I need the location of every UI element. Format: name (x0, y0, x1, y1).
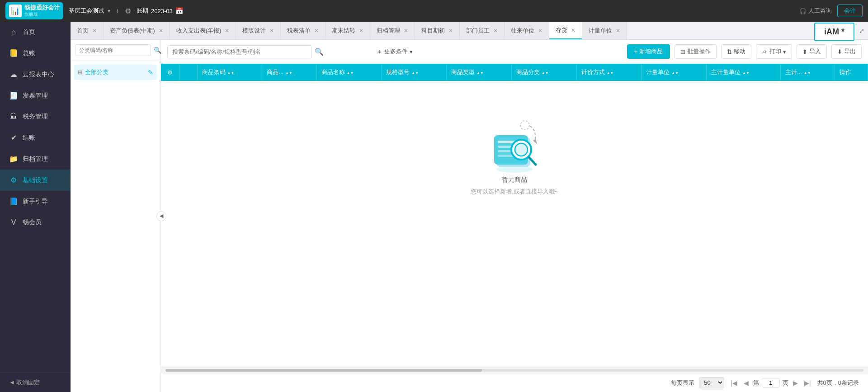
all-classification-item[interactable]: ⊞ 全部分类 ✎ (74, 65, 157, 80)
tab-首页[interactable]: 首页✕ (71, 22, 104, 39)
sort-icon[interactable]: ▲▼ (411, 71, 419, 75)
svg-point-8 (515, 143, 528, 156)
add-product-button[interactable]: + 新增商品 (627, 44, 670, 59)
sort-icon[interactable]: ▲▼ (476, 71, 484, 75)
col-规格型号[interactable]: 规格型号▲▼ (382, 64, 447, 81)
product-search-input[interactable] (167, 45, 312, 58)
tab-close-icon[interactable]: ✕ (359, 28, 363, 34)
tab-close-icon[interactable]: ✕ (448, 28, 453, 34)
filter-label: 更多条件 (384, 47, 408, 56)
product-search-icon[interactable]: 🔍 (315, 47, 324, 56)
filter-button[interactable]: ⧧ 更多条件 ▾ (377, 47, 413, 56)
tab-close-icon[interactable]: ✕ (493, 28, 498, 34)
col-主计[interactable]: 主计...▲▼ (780, 64, 835, 81)
top-header: 📊 畅捷通好会计 旗舰版 基层工会测试 ▾ ＋ ⚙ 账期 2023-03 📅 🎧… (0, 0, 868, 22)
sort-icon[interactable]: ▲▼ (804, 71, 811, 75)
edit-classification-icon[interactable]: ✎ (148, 69, 153, 76)
move-button[interactable]: ⇅ 移动 (721, 44, 751, 59)
tab-expand-icon[interactable]: ⤢ (855, 22, 868, 39)
sidebar-label-ledger: 总账 (23, 49, 35, 57)
header-settings-icon[interactable]: ⚙ (125, 7, 131, 15)
sidebar-item-home[interactable]: ⌂首页 (0, 22, 71, 43)
tab-存货[interactable]: 存货✕ (549, 22, 582, 39)
tab-模版设计[interactable]: 模版设计✕ (236, 22, 281, 39)
sort-icon[interactable]: ▲▼ (285, 71, 292, 75)
tab-期末结转[interactable]: 期末结转✕ (326, 22, 370, 39)
classification-search-input[interactable] (75, 44, 151, 56)
tab-close-icon[interactable]: ✕ (225, 28, 229, 34)
sidebar-item-tax[interactable]: 🏛税务管理 (0, 106, 71, 127)
account-button[interactable]: 会计 (837, 5, 863, 17)
tab-资产负债表中期[interactable]: 资产负债表(中期)✕ (104, 22, 170, 39)
sort-icon[interactable]: ▲▼ (671, 71, 679, 75)
page-size-select[interactable]: 501020100 (699, 377, 724, 388)
page-label: 第 (753, 379, 759, 387)
tab-部门员工[interactable]: 部门员工✕ (460, 22, 505, 39)
sidebar-nav: ⌂首页📒总账☁云报表中心🧾发票管理🏛税务管理✔结账📁归档管理⚙基础设置📘新手引导… (0, 22, 71, 233)
table-header-row: ⚙商品条码▲▼商品...▲▼商品名称▲▼规格型号▲▼商品类型▲▼商品分类▲▼计价… (161, 64, 868, 81)
tab-close-icon[interactable]: ✕ (404, 28, 408, 34)
iam-button[interactable]: iAM * (814, 23, 854, 41)
sort-icon[interactable]: ▲▼ (607, 71, 614, 75)
batch-operation-button[interactable]: ⊟ 批量操作 (675, 44, 717, 59)
classification-search-icon[interactable]: 🔍 (154, 47, 161, 54)
sidebar-item-ledger[interactable]: 📒总账 (0, 43, 71, 64)
page-unit: 页 (783, 379, 788, 387)
app-logo-text: 畅捷通好会计 旗舰版 (24, 4, 60, 18)
import-button[interactable]: ⬆ 导入 (797, 44, 827, 59)
sort-icon[interactable]: ▲▼ (347, 71, 354, 75)
col-商品类型[interactable]: 商品类型▲▼ (447, 64, 512, 81)
sidebar-item-member[interactable]: V畅会员 (0, 212, 71, 233)
col-商品名称[interactable]: 商品名称▲▼ (316, 64, 382, 81)
sort-icon[interactable]: ▲▼ (742, 71, 750, 75)
sort-icon[interactable]: ▲▼ (227, 71, 235, 75)
col-计量单位[interactable]: 计量单位▲▼ (642, 64, 707, 81)
unpin-button[interactable]: ◄ 取消固定 (0, 373, 71, 392)
page-nav: |◀ ◀ 第 1 页 ▶ ▶| (729, 378, 812, 387)
col-商品[interactable]: 商品...▲▼ (262, 64, 316, 81)
service-button[interactable]: 🎧 人工咨询 (799, 7, 832, 15)
tab-计量单位[interactable]: 计量单位✕ (582, 22, 627, 39)
tab-close-icon[interactable]: ✕ (571, 27, 576, 33)
print-button[interactable]: 🖨 打印 ▾ (756, 44, 792, 59)
tab-close-icon[interactable]: ✕ (92, 28, 97, 34)
sidebar-label-guide: 新手引导 (23, 198, 48, 206)
page-last-icon[interactable]: ▶| (802, 378, 813, 387)
col- (179, 64, 197, 81)
export-button[interactable]: ⬇ 导出 (831, 44, 862, 59)
tab-close-icon[interactable]: ✕ (314, 28, 319, 34)
page-first-icon[interactable]: |◀ (729, 378, 739, 387)
page-prev-icon[interactable]: ◀ (742, 378, 750, 387)
header-add-icon[interactable]: ＋ (114, 6, 121, 16)
workspace-chevron-icon[interactable]: ▾ (108, 8, 110, 14)
sidebar-item-guide[interactable]: 📘新手引导 (0, 191, 71, 212)
tab-close-icon[interactable]: ✕ (159, 28, 163, 34)
sidebar-item-close[interactable]: ✔结账 (0, 127, 71, 148)
left-panel-wrapper: 🔍 ⊞ 全部分类 ✎ ◀ (71, 40, 161, 392)
calendar-icon[interactable]: 📅 (175, 7, 183, 14)
col-商品条码[interactable]: 商品条码▲▼ (197, 64, 262, 81)
scrollbar-track[interactable] (165, 369, 863, 372)
col-商品分类[interactable]: 商品分类▲▼ (511, 64, 576, 81)
tab-归档管理[interactable]: 归档管理✕ (370, 22, 415, 39)
page-input[interactable]: 1 (762, 378, 780, 387)
panel-collapse-button[interactable]: ◀ (156, 211, 166, 221)
sidebar-item-archive[interactable]: 📁归档管理 (0, 148, 71, 170)
tab-close-icon[interactable]: ✕ (616, 28, 620, 34)
col-主计量单位[interactable]: 主计量单位▲▼ (707, 64, 781, 81)
horizontal-scrollbar[interactable] (161, 367, 868, 373)
tab-close-icon[interactable]: ✕ (538, 28, 542, 34)
tab-科目期初[interactable]: 科目期初✕ (415, 22, 460, 39)
scrollbar-thumb[interactable] (165, 369, 482, 372)
tab-往来单位[interactable]: 往来单位✕ (505, 22, 549, 39)
page-next-icon[interactable]: ▶ (791, 378, 800, 387)
empty-illustration (485, 117, 544, 176)
sort-icon[interactable]: ▲▼ (542, 71, 549, 75)
tab-收入支出表年报[interactable]: 收入支出表(年报)✕ (170, 22, 236, 39)
tab-税表清单[interactable]: 税表清单✕ (281, 22, 326, 39)
sidebar-item-invoice[interactable]: 🧾发票管理 (0, 85, 71, 106)
tab-close-icon[interactable]: ✕ (269, 28, 274, 34)
sidebar-item-reports[interactable]: ☁云报表中心 (0, 64, 71, 85)
col-计价方式[interactable]: 计价方式▲▼ (576, 64, 642, 81)
sidebar-item-settings[interactable]: ⚙基础设置 (0, 170, 71, 191)
